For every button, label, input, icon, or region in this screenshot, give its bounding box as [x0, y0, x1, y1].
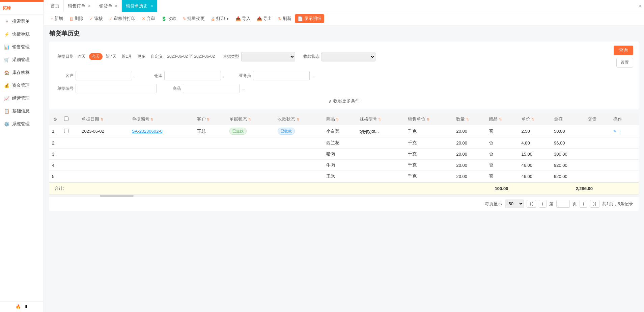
filter-docno-input[interactable]	[76, 84, 157, 93]
doc-no-link[interactable]: SA-20230602-0	[132, 129, 163, 134]
tab-sales-order-close[interactable]: ×	[88, 3, 91, 8]
filter-goods-dots[interactable]: ...	[242, 86, 245, 91]
discard-button[interactable]: ✕ 弃审	[139, 14, 158, 23]
filter-doc-type-select[interactable]	[241, 52, 295, 61]
cell-spec-model	[357, 160, 405, 171]
batch-change-button[interactable]: ✎ 批量变更	[180, 14, 207, 23]
export-button[interactable]: 📤 导出	[254, 14, 275, 23]
filter-goods-input[interactable]	[183, 84, 240, 93]
sidebar-pause-icon[interactable]: ⏸	[24, 304, 28, 309]
refresh-button[interactable]: ↻ 刷新	[275, 14, 294, 23]
filter-salesperson-input[interactable]	[253, 71, 310, 80]
close-all-tabs[interactable]: ×	[639, 4, 641, 8]
per-page-select[interactable]: 50 20 100	[505, 200, 524, 208]
filter-customer-dots[interactable]: ...	[134, 73, 138, 78]
add-button[interactable]: + 新增	[48, 14, 66, 23]
action-btn-1[interactable]: ⋮	[618, 129, 622, 134]
audit-button[interactable]: ✓ 审核	[87, 14, 106, 23]
cell-payment-status	[275, 171, 323, 182]
th-gift: 赠品 ⇅	[486, 113, 519, 125]
cell-sales-unit: 千克	[405, 125, 453, 137]
show-detail-button[interactable]: 📄 显示明细	[295, 14, 324, 23]
sidebar-item-ops[interactable]: 📈 经营管理	[0, 92, 44, 105]
query-button[interactable]: 查询	[614, 46, 633, 55]
page-input[interactable]: 1	[556, 200, 570, 208]
tab-sales-goods[interactable]: 销货单 ×	[95, 0, 122, 12]
filter-customer-input[interactable]	[76, 71, 132, 80]
tab-sales-order[interactable]: 销售订单 ×	[64, 0, 95, 12]
export-label: 导出	[263, 16, 272, 22]
last-page-button[interactable]: ⟩⟩	[590, 200, 599, 208]
next-page-button[interactable]: ⟩	[580, 200, 587, 208]
cell-gift: 否	[486, 137, 519, 149]
sidebar-fire-icon[interactable]: 🔥	[16, 304, 21, 309]
first-page-button[interactable]: ⟨⟨	[527, 200, 536, 208]
sidebar-item-inventory[interactable]: 🏠 库存核算	[0, 66, 44, 79]
th-payment-status-sort[interactable]: ⇅	[297, 118, 299, 121]
total-row: 合计: 100.00 2,286.00	[49, 183, 639, 194]
prev-page-button[interactable]: ⟨	[539, 200, 547, 208]
filter-salesperson-dots[interactable]: ...	[312, 73, 315, 78]
doc-status-badge: 已生效	[229, 128, 247, 135]
page-text-2: 页	[572, 201, 577, 207]
th-gift-sort[interactable]: ⇅	[499, 118, 502, 121]
filter-warehouse-dots[interactable]: ...	[223, 73, 227, 78]
row-checkbox[interactable]	[64, 129, 68, 133]
audit-print-button[interactable]: ✓ 审核并打印	[106, 14, 138, 23]
tab-sales-goods-close[interactable]: ×	[115, 3, 118, 8]
date-btn-7days[interactable]: 近7天	[104, 53, 118, 60]
data-table: ⚙ 单据日期 ⇅ 单据编号 ⇅ 客户 ⇅	[49, 113, 639, 182]
filter-payment-status-select[interactable]	[321, 52, 375, 61]
filter-warehouse-input[interactable]	[164, 71, 221, 80]
th-action: 操作	[611, 113, 639, 125]
cell-customer: 王总	[194, 125, 227, 137]
add-icon: +	[51, 16, 53, 21]
sales-mgmt-icon: 📊	[4, 44, 9, 50]
cell-doc-status	[227, 137, 275, 149]
cell-checkbox	[61, 149, 79, 160]
date-btn-custom[interactable]: 自定义	[149, 53, 165, 60]
tab-sales-history[interactable]: 销货单历史 ×	[122, 0, 158, 12]
sidebar-item-label-purchase: 采购管理	[12, 57, 30, 63]
delete-button[interactable]: 🗑 删除	[66, 14, 86, 23]
table-body: 12023-06-02SA-20230602-0王总已生效已收款小白菜tyjyj…	[49, 125, 639, 182]
date-btn-more[interactable]: 更多	[135, 53, 147, 60]
date-btn-today[interactable]: 今天	[89, 53, 103, 60]
th-transaction-label: 交货	[588, 116, 596, 122]
sidebar-item-quick-nav[interactable]: ⚡ 快捷导航	[0, 28, 44, 41]
th-doc-no-sort[interactable]: ⇅	[150, 118, 153, 121]
th-sales-unit-sort[interactable]: ⇅	[427, 118, 429, 121]
sidebar-item-finance[interactable]: 💰 资金管理	[0, 79, 44, 92]
select-all-checkbox[interactable]	[64, 116, 68, 121]
th-amount: 金额	[551, 113, 585, 125]
setting-button[interactable]: 设置	[616, 58, 633, 68]
cell-transaction	[585, 149, 611, 160]
total-amount: 2,286.00	[576, 186, 593, 191]
tab-sales-history-close[interactable]: ×	[150, 3, 153, 8]
audit-label: 审核	[94, 16, 103, 22]
sidebar-item-search-menu[interactable]: ≡ 搜索菜单	[0, 15, 44, 28]
th-customer-sort[interactable]: ⇅	[207, 118, 209, 121]
sidebar-item-basic-info[interactable]: 📋 基础信息	[0, 105, 44, 118]
th-doc-status-sort[interactable]: ⇅	[248, 118, 251, 121]
th-qty-sort[interactable]: ⇅	[466, 118, 469, 121]
th-goods-sort[interactable]: ⇅	[336, 118, 339, 121]
import-button[interactable]: 📥 导入	[233, 14, 253, 23]
sidebar-item-sales-mgmt[interactable]: 📊 销售管理	[0, 41, 44, 53]
collapse-filter-button[interactable]: ∧ 收起更多条件	[55, 97, 633, 105]
sidebar-item-purchase-mgmt[interactable]: 🛒 采购管理	[0, 53, 44, 66]
table-settings-icon[interactable]: ⚙	[53, 117, 57, 122]
cell-unit-price: 2.50	[519, 125, 552, 137]
th-spec-model-sort[interactable]: ⇅	[378, 118, 381, 121]
date-btn-1month[interactable]: 近1月	[120, 53, 134, 60]
sidebar-item-sys-mgmt[interactable]: ⚙️ 系统管理	[0, 118, 44, 130]
th-unit-price-sort[interactable]: ⇅	[531, 118, 534, 121]
tab-home[interactable]: 首页	[47, 0, 64, 12]
collect-button[interactable]: 💲 收款	[159, 14, 179, 23]
date-btn-yesterday[interactable]: 昨天	[76, 53, 88, 60]
action-btn-0[interactable]: ✎	[613, 129, 617, 134]
th-doc-date-sort[interactable]: ⇅	[101, 118, 103, 121]
print-button[interactable]: 🖨 打印 ▼	[208, 14, 232, 23]
scrollbar-area[interactable]	[49, 194, 639, 197]
cell-payment-status	[275, 149, 323, 160]
